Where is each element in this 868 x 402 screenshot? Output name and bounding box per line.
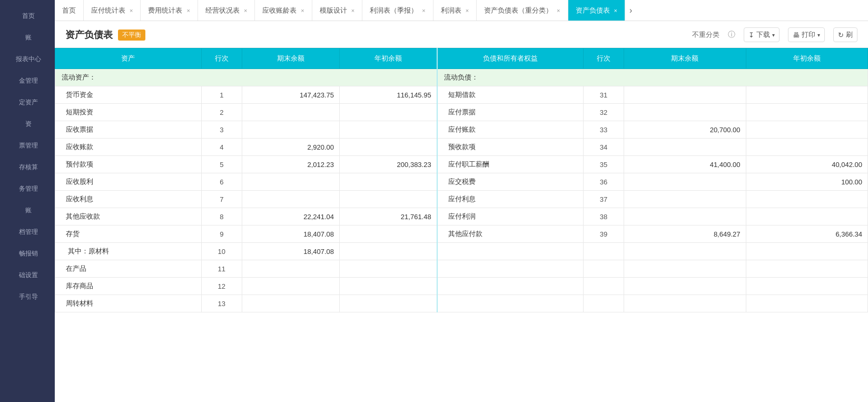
cell-begin-balance-left bbox=[340, 225, 437, 243]
cell-begin-balance-right bbox=[746, 139, 868, 156]
sidebar-item-archive[interactable]: 档管理 bbox=[0, 221, 55, 243]
tab-scroll-arrow[interactable]: › bbox=[625, 0, 636, 21]
tab-business-status[interactable]: 经营状况表 × bbox=[198, 0, 255, 21]
cell-end-balance-right bbox=[624, 208, 746, 225]
category-label: 不重分类 bbox=[692, 30, 719, 40]
sidebar-item-expense[interactable]: 畅报销 bbox=[0, 243, 55, 264]
refresh-button[interactable]: ↻ 刷 bbox=[833, 27, 857, 42]
col-header-begin-balance-right: 年初余额 bbox=[746, 48, 868, 69]
col-header-end-balance-left: 期末余额 bbox=[242, 48, 339, 69]
cell-liability-name: 预收款项 bbox=[437, 139, 584, 156]
tab-close-profit-quarterly[interactable]: × bbox=[422, 7, 425, 14]
cell-end-balance-right: 41,400.00 bbox=[624, 156, 746, 173]
cell-row-num-left: 10 bbox=[201, 243, 242, 260]
cell-end-balance-right bbox=[624, 173, 746, 191]
tab-close-profit[interactable]: × bbox=[466, 7, 469, 14]
cell-begin-balance-right: 6,366.34 bbox=[746, 225, 868, 243]
cell-begin-balance-right bbox=[746, 104, 868, 121]
cell-row-num-left: 5 bbox=[201, 156, 242, 173]
cell-liability-name: 应付票据 bbox=[437, 104, 584, 121]
sidebar-item-capital[interactable]: 资 bbox=[0, 113, 55, 135]
tab-balance-sheet[interactable]: 资产负债表 × bbox=[568, 0, 625, 21]
cell-begin-balance-left bbox=[340, 104, 437, 121]
cell-asset-name: 库存商品 bbox=[55, 278, 202, 295]
cell-asset-name: 其他应收款 bbox=[55, 208, 202, 225]
table-row: 其中：原材料 10 18,407.08 bbox=[55, 243, 868, 260]
table-section-row: 流动资产： 流动负债： bbox=[55, 69, 868, 86]
sidebar-item-report-center[interactable]: 报表中心 bbox=[0, 48, 55, 70]
cell-row-num-left: 7 bbox=[201, 191, 242, 208]
sidebar-item-fund-mgmt[interactable]: 金管理 bbox=[0, 70, 55, 92]
download-button[interactable]: ↧ 下载 ▾ bbox=[744, 27, 780, 42]
tab-profit-quarterly[interactable]: 利润表（季报） × bbox=[362, 0, 433, 21]
cell-begin-balance-left bbox=[340, 191, 437, 208]
tab-template-design[interactable]: 模版设计 × bbox=[312, 0, 362, 21]
cell-end-balance-left: 147,423.75 bbox=[242, 86, 339, 104]
cell-row-num-right bbox=[583, 295, 624, 312]
page-title: 资产负债表 bbox=[65, 28, 113, 41]
cell-begin-balance-left bbox=[340, 243, 437, 260]
cell-begin-balance-right bbox=[746, 121, 868, 139]
download-icon: ↧ bbox=[748, 31, 754, 39]
cell-row-num-left: 12 bbox=[201, 278, 242, 295]
cell-end-balance-left: 22,241.04 bbox=[242, 208, 339, 225]
cell-begin-balance-right bbox=[746, 260, 868, 278]
category-help-icon[interactable]: ⓘ bbox=[728, 30, 735, 40]
sidebar-item-ticket-mgmt[interactable]: 票管理 bbox=[0, 135, 55, 156]
cell-begin-balance-right bbox=[746, 278, 868, 295]
sidebar-item-tax-mgmt[interactable]: 务管理 bbox=[0, 178, 55, 200]
tab-close-expense-stats[interactable]: × bbox=[186, 7, 190, 14]
cell-end-balance-left: 18,407.08 bbox=[242, 243, 339, 260]
cell-begin-balance-left: 116,145.95 bbox=[340, 86, 437, 104]
cell-liability-name: 短期借款 bbox=[437, 86, 584, 104]
tab-close-template-design[interactable]: × bbox=[351, 7, 354, 14]
tab-expense-stats[interactable]: 费用统计表 × bbox=[141, 0, 198, 21]
cell-end-balance-right bbox=[624, 260, 746, 278]
tab-close-business-status[interactable]: × bbox=[244, 7, 247, 14]
sidebar-item-inventory[interactable]: 存核算 bbox=[0, 156, 55, 178]
sidebar-item-ledger[interactable]: 账 bbox=[0, 27, 55, 48]
sidebar-item-bank[interactable]: 账 bbox=[0, 200, 55, 221]
tab-close-balance-reclassified[interactable]: × bbox=[557, 7, 560, 14]
tab-home[interactable]: 首页 bbox=[55, 0, 84, 21]
cell-end-balance-right: 20,700.00 bbox=[624, 121, 746, 139]
cell-liability-name bbox=[437, 295, 584, 312]
tab-close-receivable-aging[interactable]: × bbox=[301, 7, 304, 14]
cell-row-num-right: 35 bbox=[583, 156, 624, 173]
sidebar-item-guide[interactable]: 手引导 bbox=[0, 286, 55, 308]
cell-end-balance-left bbox=[242, 260, 339, 278]
cell-row-num-right bbox=[583, 243, 624, 260]
section-label-left: 流动资产： bbox=[55, 69, 437, 86]
table-row: 货币资金 1 147,423.75 116,145.95 短期借款 31 bbox=[55, 86, 868, 104]
cell-end-balance-right bbox=[624, 86, 746, 104]
cell-row-num-right bbox=[583, 278, 624, 295]
cell-end-balance-right bbox=[624, 139, 746, 156]
tab-payable-stats[interactable]: 应付统计表 × bbox=[84, 0, 141, 21]
table-row: 预付款项 5 2,012.23 200,383.23 应付职工薪酬 35 41,… bbox=[55, 156, 868, 173]
refresh-icon: ↻ bbox=[838, 31, 844, 39]
cell-begin-balance-right bbox=[746, 243, 868, 260]
cell-row-num-left: 1 bbox=[201, 86, 242, 104]
tab-bar: 首页 应付统计表 × 费用统计表 × 经营状况表 × 应收账龄表 × 模版设计 … bbox=[55, 0, 868, 21]
sidebar: 首页 账 报表中心 金管理 定资产 资 票管理 存核算 务管理 账 档管理 畅报… bbox=[0, 0, 55, 402]
cell-row-num-right: 34 bbox=[583, 139, 624, 156]
tab-profit[interactable]: 利润表 × bbox=[433, 0, 477, 21]
cell-row-num-left: 3 bbox=[201, 121, 242, 139]
cell-asset-name: 预付款项 bbox=[55, 156, 202, 173]
print-button[interactable]: 🖶 打印 ▾ bbox=[788, 27, 825, 42]
sidebar-item-fixed-assets[interactable]: 定资产 bbox=[0, 92, 55, 113]
sidebar-item-settings[interactable]: 础设置 bbox=[0, 264, 55, 286]
cell-begin-balance-left: 21,761.48 bbox=[340, 208, 437, 225]
cell-row-num-left: 8 bbox=[201, 208, 242, 225]
tab-close-payable-stats[interactable]: × bbox=[130, 7, 133, 14]
cell-end-balance-right: 8,649.27 bbox=[624, 225, 746, 243]
tab-close-balance-sheet[interactable]: × bbox=[614, 7, 617, 14]
sidebar-item-home[interactable]: 首页 bbox=[0, 5, 55, 27]
col-header-row-num-right: 行次 bbox=[583, 48, 624, 69]
download-chevron-icon: ▾ bbox=[772, 32, 775, 38]
balance-sheet-table: 资产 行次 期末余额 年初余额 负债和所有者权益 行次 期末余额 年初余额 流动… bbox=[55, 48, 868, 312]
cell-begin-balance-right bbox=[746, 191, 868, 208]
cell-liability-name: 应付账款 bbox=[437, 121, 584, 139]
tab-receivable-aging[interactable]: 应收账龄表 × bbox=[255, 0, 312, 21]
tab-balance-reclassified[interactable]: 资产负债表（重分类） × bbox=[477, 0, 568, 21]
